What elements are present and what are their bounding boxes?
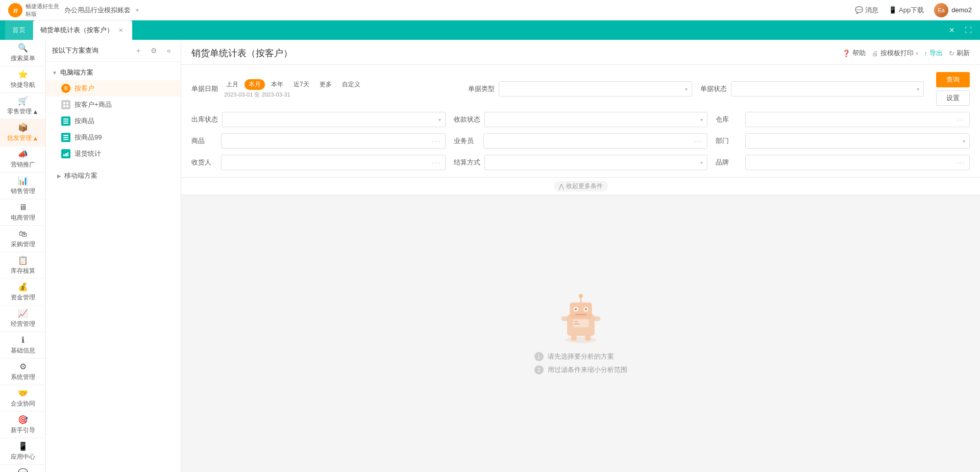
svg-point-20 [574,308,577,311]
desktop-group-label: 电脑端方案 [60,68,93,77]
sidebar-item-wechat[interactable]: 💬 企业微信 [0,465,45,472]
dropdown-arrow-icon[interactable]: ▾ [136,7,139,14]
sidebar-item-basic-info[interactable]: ℹ 基础信息 [0,332,45,359]
filter-item-receiver: 收货人 ··· [191,155,446,170]
sidebar-item-system[interactable]: ⚙ 系统管理 [0,359,45,385]
tab-bar-actions: ✕ ⛶ [940,25,980,36]
warehouse-control[interactable]: ··· [745,112,970,127]
step-2-icon: 2 [534,365,544,374]
svg-rect-31 [585,335,591,341]
svg-point-23 [579,294,583,298]
app-title[interactable]: 办公用品行业模拟账套 [64,6,131,15]
receiver-control[interactable]: ··· [221,155,446,170]
sidebar-item-enterprise[interactable]: 🤝 企业协同 [0,385,45,412]
sidebar-item-purchase[interactable]: 🛍 采购管理 [0,226,45,252]
salesperson-control[interactable]: ··· [483,133,708,149]
print-icon: 🖨 [872,50,878,57]
window-maximize-btn[interactable]: ⛶ [963,25,974,36]
filter-row-4: 收货人 ··· 结算方式 品牌 ··· [191,155,970,170]
date-tab-last-month[interactable]: 上月 [222,79,242,90]
logo-text: 畅捷通好生意 标版 [26,3,59,17]
scheme-settings-btn[interactable]: ⚙ [148,45,159,56]
tab-bar: 首页 销货单统计表（按客户） ✕ ✕ ⛶ [0,20,980,40]
window-close-btn[interactable]: ✕ [946,25,958,36]
sidebar-item-finance[interactable]: 💰 资金管理 [0,279,45,305]
tab-sales-stat[interactable]: 销货单统计表（按客户） ✕ [33,20,132,40]
filter-item-doc-status: 单据状态 [700,81,924,97]
scheme-group-mobile: ▶ 移动端方案 [46,165,181,186]
sidebar-item-search-menu[interactable]: 🔍 搜索菜单 [0,40,45,66]
brand-control[interactable]: ··· [745,155,970,170]
date-tab-this-month[interactable]: 本月 [244,79,265,90]
collapse-scheme-btn[interactable]: « [163,45,175,56]
help-btn[interactable]: ❓ 帮助 [842,49,866,58]
settlement-control[interactable] [484,155,708,170]
settings-button[interactable]: 设置 [936,90,970,106]
export-btn[interactable]: ↑ 导出 [924,49,943,58]
sidebar-item-quick-nav[interactable]: ⭐ 快捷导航 [0,66,45,93]
message-btn[interactable]: 💬 消息 [855,6,878,15]
shopping-icon: 🛍 [19,229,27,239]
receipt-status-arrow-icon [700,117,703,123]
doc-type-control[interactable] [499,81,692,97]
department-control[interactable] [745,133,970,149]
date-tab-more[interactable]: 更多 [315,79,336,90]
scheme-group-header-mobile[interactable]: ▶ 移动端方案 [46,168,181,183]
page-header-actions: ❓ 帮助 🖨 按模板打印 ▾ ↑ 导出 ↻ 刷新 [842,49,970,58]
svg-rect-12 [63,154,65,156]
scheme-item-by-customer[interactable]: 客 按客户 [46,80,181,97]
sidebar-item-sales-mgmt[interactable]: 📊 销售管理 [0,173,45,199]
template-dropdown-icon: ▾ [916,51,918,56]
date-control: 上月 本月 本年 近7天 更多 自定义 2023-03-01 至 2023-03… [222,79,460,99]
date-tab-this-year[interactable]: 本年 [267,79,287,90]
target-icon: 🎯 [18,415,28,424]
receipt-status-control[interactable] [484,112,708,127]
sidebar-item-operations[interactable]: 📈 经营管理 [0,305,45,332]
date-tab-last-7[interactable]: 近7天 [289,79,313,90]
sidebar-item-ecommerce[interactable]: 🖥 电商管理 [0,199,45,226]
tab-home[interactable]: 首页 [5,20,33,40]
svg-rect-8 [63,123,68,124]
doc-status-control[interactable] [731,81,924,97]
date-tab-custom[interactable]: 自定义 [338,79,364,90]
step-1-icon: 1 [534,352,544,361]
refresh-btn[interactable]: ↻ 刷新 [949,49,970,58]
sidebar-item-retail-mgmt[interactable]: 🛒 零售管理 ▲ [0,93,45,120]
filter-panel: 单据日期 上月 本月 本年 近7天 更多 自定义 2023-03-01 至 20… [181,65,980,178]
mobile-group-label: 移动端方案 [64,171,97,180]
scheme-item-by-product-99[interactable]: 按商品99 [46,129,181,146]
product-dots-icon: ··· [432,137,441,145]
user-area[interactable]: Ea demo2 [934,3,972,17]
hint-1: 1 请先选择要分析的方案 [534,352,627,361]
filter-item-settlement: 结算方式 [454,155,708,170]
filter-item-warehouse: 仓库 ··· [716,112,970,127]
query-button[interactable]: 查询 [936,72,970,87]
add-scheme-btn[interactable]: + [133,45,144,56]
sidebar-item-app-center[interactable]: 📱 应用中心 [0,438,45,465]
department-arrow-icon [963,138,965,144]
hint-2: 2 用过滤条件来缩小分析范围 [534,365,627,374]
collapse-btn[interactable]: ⋀ 收起更多条件 [554,181,608,192]
scheme-group-header-desktop[interactable]: ▼ 电脑端方案 [46,65,181,80]
product-control[interactable]: ··· [221,133,446,149]
sidebar-item-marketing[interactable]: 📣 营销推广 [0,146,45,173]
out-status-control[interactable] [222,112,446,127]
header-left: 好 畅捷通好生意 标版 办公用品行业模拟账套 ▾ [8,3,139,17]
svg-rect-17 [570,302,592,318]
scheme-header-actions: + ⚙ « [133,45,175,56]
svg-rect-30 [571,335,576,341]
app-download-btn[interactable]: 📱 App下载 [889,6,924,15]
scheme-item-by-product[interactable]: 按商品 [46,113,181,129]
filter-row-3: 商品 ··· 业务员 ··· 部门 [191,133,970,149]
template-print-btn[interactable]: 🖨 按模板打印 ▾ [872,49,918,58]
filter-row-1: 单据日期 上月 本月 本年 近7天 更多 自定义 2023-03-01 至 20… [191,72,970,106]
tab-close-btn[interactable]: ✕ [116,26,125,34]
sidebar-item-new-user[interactable]: 🎯 新手引导 [0,412,45,438]
handshake-icon: 🤝 [18,388,28,398]
sidebar-item-wholesale-mgmt[interactable]: 📦 批发管理 ▲ [0,120,45,146]
filter-item-out-status: 出库状态 [191,112,446,127]
filter-item-product: 商品 ··· [191,133,446,149]
scheme-item-by-customer-product[interactable]: 按客户+商品 [46,97,181,113]
sidebar-item-inventory[interactable]: 📋 库存核算 [0,252,45,279]
scheme-item-returns[interactable]: 退货统计 [46,146,181,162]
